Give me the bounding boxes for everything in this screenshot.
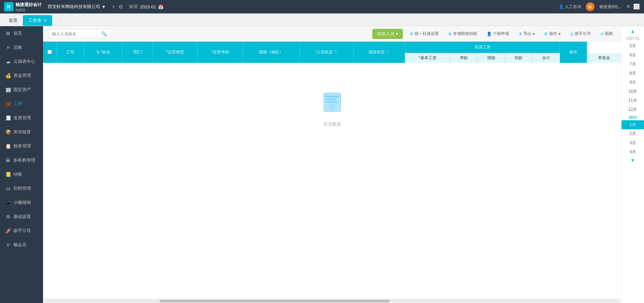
tab-close-icon[interactable]: ✕ [43, 18, 47, 23]
settings-icon[interactable]: ⚙ [118, 4, 123, 10]
th-total: 合计 [532, 53, 560, 63]
main-area: ⊞ 首页 ≡ 总账 ☁ 云报表中心 💰 资金管理 🏢 固定资产 💼 工资 🧾 发… [0, 26, 644, 303]
empty-state: 暂无数据 [43, 63, 621, 154]
sidebar-item-finance[interactable]: 💰 资金管理 [0, 69, 43, 83]
month-nav-up-icon[interactable]: ▲ [621, 28, 644, 35]
social-security-settings-action[interactable]: ⚙ 统一社保设置 [407, 30, 442, 38]
th-base-salary: *基本工资 [405, 53, 450, 63]
tax-report-action[interactable]: 👤 个税申报 [484, 30, 512, 38]
sidebar-item-home[interactable]: ⊞ 首页 [0, 26, 43, 40]
filter-icon-personnel[interactable]: ▽ [334, 50, 338, 54]
sidebar-label-expense: 小畅报销 [13, 200, 31, 206]
add-person-dropdown-icon[interactable]: ▾ [396, 31, 398, 36]
month-item-7[interactable]: 7月 [621, 60, 644, 69]
service-label: 人工咨询 [565, 4, 581, 10]
salary-icon: 💼 [5, 101, 11, 106]
sidebar-item-archive[interactable]: 🗂 归档管理 [0, 181, 43, 196]
month-item-3[interactable]: 3月 [621, 138, 644, 147]
sidebar-item-guide[interactable]: 🚀 新手引导 [0, 224, 43, 238]
search-input[interactable] [52, 32, 99, 36]
th-employee-no: 工号 [56, 42, 84, 63]
operation-action[interactable]: ⚙ 操作 ▾ [541, 30, 563, 38]
refresh-action[interactable]: ↺ 刷新 [598, 30, 616, 38]
month-item-11[interactable]: 11月 [621, 96, 644, 105]
service-button[interactable]: 👤 人工咨询 [559, 4, 581, 10]
sidebar-item-ledger[interactable]: ≡ 总账 [0, 40, 43, 54]
month-item-9[interactable]: 9月 [621, 78, 644, 87]
tax-report-label: 个税申报 [493, 31, 509, 37]
h-scrollbar-track[interactable] [44, 300, 620, 302]
select-all-checkbox[interactable] [47, 50, 52, 54]
tab-salary-label: 工资表 [28, 17, 41, 24]
guide-toolbar-icon: ◎ [570, 32, 573, 36]
sidebar-item-multi-org[interactable]: 🏛 多机构管理 [0, 153, 43, 167]
sidebar-label-guide: 新手引导 [13, 228, 31, 234]
close-window-icon[interactable]: ✕ [626, 4, 631, 9]
dropdown-arrow-icon[interactable]: ▼ [102, 4, 106, 9]
sort-icon[interactable]: ⇅ [96, 50, 100, 54]
sidebar-item-settings[interactable]: ⚙ 基础设置 [0, 210, 43, 224]
month-nav-down-icon[interactable]: ▼ [621, 157, 644, 164]
sidebar-item-fixed-assets[interactable]: 🏢 固定资产 [0, 83, 43, 97]
month-item-5[interactable]: 5月 [621, 42, 644, 51]
period-value: 2023-01 [140, 4, 156, 9]
add-person-button[interactable]: 添加人员 ▾ [372, 29, 403, 39]
filter-icon-report[interactable]: ▽ [386, 50, 390, 54]
guide-action[interactable]: ◎ 新手引导 [567, 30, 594, 38]
social-security-label: 统一社保设置 [415, 31, 439, 37]
search-icon[interactable]: 🔍 [101, 31, 107, 37]
table-container: 工号 ⇅ *姓名 *部门 *证照类型 *证照号码 国籍（地区） *人员状态 ▽ … [43, 42, 621, 298]
special-deduction-action[interactable]: ⊕ 专项附加扣除 [446, 30, 480, 38]
operation-dropdown-icon[interactable]: ▾ [559, 32, 561, 36]
user-name[interactable]: 畅捷通B组... [599, 4, 621, 10]
month-item-10[interactable]: 10月 [621, 87, 644, 96]
add-company-icon[interactable]: + [112, 4, 115, 10]
sidebar-item-expense[interactable]: 📱 小畅报销 [0, 196, 43, 210]
refresh-icon: ↺ [600, 32, 604, 36]
toolbar: 🔍 添加人员 ▾ ⚙ 统一社保设置 ⊕ 专项附加扣除 👤 个税申报 ⬇ 导出 [43, 26, 621, 42]
sidebar-item-settlement[interactable]: 📒 结账 [0, 167, 43, 181]
sidebar-item-cloud-report[interactable]: ☁ 云报表中心 [0, 54, 43, 69]
sidebar-item-tax[interactable]: 📋 税务管理 [0, 139, 43, 153]
tab-home-label: 首页 [9, 17, 17, 24]
period-label: 账期 [129, 4, 138, 10]
company-selector[interactable]: 西安虾米网络科技有限公司 ▼ [45, 3, 109, 11]
sidebar-label-ledger: 总账 [13, 44, 22, 50]
sidebar-item-vip[interactable]: V 畅会员 [0, 238, 43, 252]
month-item-2[interactable]: 2月 [621, 129, 644, 138]
h-scrollbar-thumb[interactable] [159, 300, 389, 302]
export-action[interactable]: ⬇ 导出 ▾ [516, 30, 537, 38]
sidebar-item-invoice[interactable]: 🧾 发票管理 [0, 111, 43, 125]
tab-home[interactable]: 首页 [3, 15, 23, 26]
tax-report-icon: 👤 [487, 32, 492, 36]
tax-icon: 📋 [5, 143, 11, 149]
sidebar-item-inventory[interactable]: 📦 库存核算 [0, 125, 43, 139]
th-performance: 绩效 [478, 53, 505, 63]
th-checkbox[interactable] [43, 42, 56, 63]
maximize-window-icon[interactable]: ⬜ [633, 4, 640, 9]
cloud-icon: ☁ [5, 59, 11, 64]
finance-icon: 💰 [5, 73, 11, 78]
calendar-icon[interactable]: 📅 [158, 4, 163, 9]
month-item-6[interactable]: 6月 [621, 51, 644, 60]
month-item-1[interactable]: 1月 [621, 120, 644, 129]
user-avatar: 畅 [586, 2, 595, 11]
month-item-4[interactable]: 4月 [621, 147, 644, 157]
month-item-8[interactable]: 8月 [621, 69, 644, 78]
logo-icon: 好 [4, 2, 13, 11]
month-item-12[interactable]: 12月 [621, 105, 644, 114]
expense-icon: 📱 [5, 200, 11, 205]
export-dropdown-icon[interactable]: ▾ [533, 32, 535, 36]
th-cert-type: *证照类型 [153, 42, 198, 63]
tab-salary[interactable]: 工资表 ✕ [23, 15, 52, 26]
table-header-row-1: 工号 ⇅ *姓名 *部门 *证照类型 *证照号码 国籍（地区） *人员状态 ▽ … [43, 42, 621, 53]
empty-icon [319, 90, 346, 117]
svg-rect-1 [326, 96, 339, 97]
year-prev-label: 2023.01 [626, 35, 640, 42]
sidebar-label-assets: 固定资产 [13, 87, 31, 93]
sidebar-label-finance: 资金管理 [13, 73, 31, 79]
th-dept: *部门 [122, 42, 153, 63]
sidebar-item-salary[interactable]: 💼 工资 [0, 97, 43, 111]
h-scrollbar-wrap[interactable] [43, 298, 621, 303]
sidebar-label-tax: 税务管理 [13, 143, 31, 149]
